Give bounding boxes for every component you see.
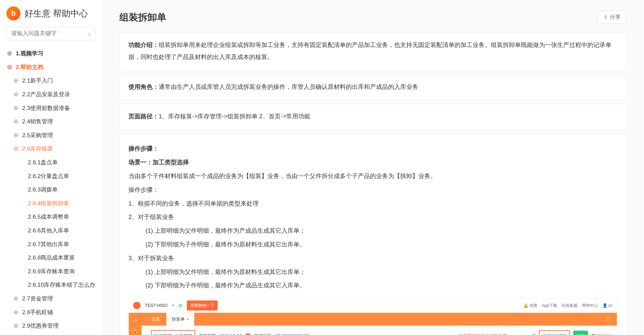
- nav-label: 2.4销售管理: [22, 117, 53, 125]
- logo-icon: b: [6, 6, 20, 20]
- nav-label: 2.2产品安装及登录: [22, 90, 70, 98]
- share-icon: ⇪: [603, 14, 608, 20]
- ss-top-button[interactable]: 我要购销一下: [187, 300, 218, 311]
- nav-item[interactable]: 2.1新手入门: [6, 74, 96, 88]
- plus-icon: [13, 309, 19, 315]
- plus-icon: [13, 91, 19, 97]
- ss-top-link[interactable]: 👤 cc: [602, 301, 612, 310]
- nav-tree: 1.视频学习2.帮助文档2.1新手入门2.2产品安装及登录2.3使用前数据准备2…: [6, 47, 96, 335]
- minus-icon: [13, 146, 19, 152]
- nav-item[interactable]: 2.5采购管理: [6, 128, 96, 142]
- plus-icon: [13, 105, 19, 111]
- plus-icon: [13, 77, 19, 83]
- nav-label: 2.9优惠券管理: [22, 322, 59, 330]
- calendar-icon[interactable]: 📅: [245, 332, 251, 335]
- close-icon[interactable]: ×: [187, 317, 189, 321]
- path-label: 页面路径：: [128, 113, 159, 120]
- step3-1: (1) 上部明细为父件明细，最终作为原材料生成其它出库单；: [128, 266, 617, 278]
- expand-icon[interactable]: ⛶: [604, 313, 612, 326]
- scene-desc: 当由多个子件材料组装成一个成品的业务为【组装】业务，当由一个父件拆分成多个子产品…: [128, 170, 617, 182]
- nav-label: 2.1新手入门: [22, 76, 53, 85]
- ss-tab-form[interactable]: 拆装单×: [166, 313, 194, 326]
- nav-item[interactable]: 2.6.9库存账本查询: [6, 265, 96, 278]
- nav-item[interactable]: 1.视频学习: [6, 47, 96, 60]
- search-icon[interactable]: ⌕: [88, 30, 91, 37]
- nav-item[interactable]: 2.6.4组装拆卸单: [6, 197, 96, 210]
- role-card: 使用角色：通常由生产人员或库管人员完成拆装业务的操作，库管人员确认原材料的出库和…: [119, 74, 626, 100]
- intro-label: 功能介绍：: [128, 42, 159, 48]
- nav-item[interactable]: 2.8手机旺铺: [6, 305, 96, 319]
- ss-top-link[interactable]: 在线客服: [561, 301, 578, 310]
- nav-label: 2.8手机旺铺: [22, 308, 53, 316]
- nav-item[interactable]: 2.6.5成本调整单: [6, 210, 96, 224]
- sidebar: b 好生意 帮助中心 ⌕ 1.视频学习2.帮助文档2.1新手入门2.2产品安装及…: [0, 0, 102, 335]
- ss-logo-icon: [133, 302, 141, 309]
- nav-label: 2.6.8商品成本重算: [28, 254, 75, 262]
- ss-top-link[interactable]: 帮助中心: [582, 301, 598, 310]
- minus-icon: [6, 64, 12, 70]
- nav-item[interactable]: 2.6.3调拨单: [6, 183, 96, 197]
- nav-label: 2.7资金管理: [22, 294, 53, 302]
- nav-item[interactable]: 2.3使用前数据准备: [6, 101, 96, 115]
- main-content: 组装拆卸单 ⇪ 分享 功能介绍：组装拆卸单用来处理企业组装或拆卸等加工业务，支持…: [102, 0, 643, 335]
- home-icon[interactable]: ⌂: [132, 316, 138, 322]
- nav-label: 2.6.3调拨单: [28, 185, 58, 193]
- plus-icon: [6, 50, 12, 56]
- nav-item[interactable]: 2.4销售管理: [6, 115, 96, 128]
- intro-text: 组装拆卸单用来处理企业组装或拆卸等加工业务，支持有固定装配清单的产品加工业务，也…: [128, 42, 611, 60]
- nav-label: 2.6.10库存账本错了怎么办: [28, 281, 95, 289]
- ss-bom-button[interactable]: 选择物料清单: [539, 330, 570, 335]
- nav-label: 2.3使用前数据准备: [22, 104, 70, 112]
- lock-icon[interactable]: 🔒: [132, 328, 138, 334]
- nav-item[interactable]: 2.6.2分量盘点单: [6, 169, 96, 183]
- nav-item[interactable]: 2.6.8商品成本重算: [6, 251, 96, 265]
- ss-sidebar: ⌂ 🔒 🛒 ⊞ ▭ ☰: [129, 313, 142, 335]
- ss-top-link[interactable]: App下载: [542, 301, 557, 310]
- ss-history-link[interactable]: ☰ 历史单据: [591, 332, 612, 335]
- nav-item[interactable]: 2.6.6其他入库单: [6, 224, 96, 237]
- nav-label: 1.视频学习: [16, 49, 43, 57]
- embedded-screenshot: TEST-H002 ▾ ✿ 我要购销一下 🔔 消息App下载在线客服帮助中心👤 …: [128, 298, 617, 335]
- plus-icon: [13, 323, 19, 329]
- nav-label: 2.6.2分量盘点单: [28, 172, 69, 180]
- step2-2: (2) 下部明细为子件明细，最终作为原材料生成其它出库单。: [128, 239, 617, 251]
- ss-tab-home[interactable]: 首页: [146, 313, 165, 326]
- nav-item[interactable]: 2.2产品安装及登录: [6, 88, 96, 101]
- nav-item[interactable]: 2.9优惠券管理: [6, 319, 96, 333]
- step1: 1、根据不同的业务，选择不同单据的类型来处理: [128, 198, 617, 210]
- ss-account-id: TEST-H002: [145, 301, 168, 310]
- scene-title: 场景一：加工类型选择: [128, 157, 617, 169]
- role-text: 通常由生产人员或库管人员完成拆装业务的操作，库管人员确认原材料的出库和产成品的入…: [159, 83, 418, 90]
- nav-item[interactable]: 2.6库存核算: [6, 142, 96, 156]
- nav-item[interactable]: 2.6.7其他出库单: [6, 237, 96, 251]
- ss-topbar: TEST-H002 ▾ ✿ 我要购销一下 🔔 消息App下载在线客服帮助中心👤 …: [129, 298, 617, 313]
- plus-icon: [13, 118, 19, 124]
- page-title: 组装拆卸单: [119, 11, 166, 24]
- content-card: 操作步骤： 场景一：加工类型选择 当由多个子件材料组装成一个成品的业务为【组装】…: [119, 134, 626, 335]
- ss-type-radio[interactable]: 组装单 拆卸单: [151, 330, 195, 335]
- share-button[interactable]: ⇪ 分享: [598, 11, 626, 24]
- nav-item[interactable]: 2.7资金管理: [6, 292, 96, 305]
- nav-label: 2.6.7其他出库单: [28, 240, 69, 248]
- ss-note-template: 有装配清单的在这里处理: [459, 332, 507, 335]
- nav-item[interactable]: 2.帮助文档: [6, 60, 96, 74]
- ss-tabs: 首页 拆装单× ⛶: [142, 313, 617, 326]
- search-input[interactable]: [6, 27, 96, 40]
- nav-label: 2.6.9库存账本查询: [28, 267, 75, 275]
- steps-label: 操作步骤：: [128, 184, 617, 196]
- nav-label: 2.5采购管理: [22, 131, 53, 139]
- nav-item[interactable]: 2.6.1盘点单: [6, 156, 96, 169]
- ss-save-button[interactable]: 保存: [573, 331, 588, 335]
- logo: b 好生意 帮助中心: [6, 6, 96, 20]
- path-text: 1、库存核算->库存管理->组装拆卸单 2、首页->常用功能: [159, 113, 310, 120]
- link-icon: 🔗: [530, 332, 536, 335]
- step2-1: (1) 上部明细为父件明细，最终作为产成品生成其它入库单；: [128, 225, 617, 237]
- role-label: 使用角色：: [128, 83, 159, 90]
- nav-label: 2.帮助文档: [16, 63, 43, 71]
- nav-item[interactable]: 2.6.10库存账本错了怎么办: [6, 278, 96, 292]
- nav-item[interactable]: 2.10经营管理: [6, 332, 96, 335]
- nav-label: 2.6.6其他入库单: [28, 226, 69, 234]
- path-card: 页面路径：1、库存核算->库存管理->组装拆卸单 2、首页->常用功能: [119, 104, 626, 129]
- ss-top-link[interactable]: 🔔 消息: [523, 301, 537, 310]
- step2: 2、对于组装业务: [128, 211, 617, 223]
